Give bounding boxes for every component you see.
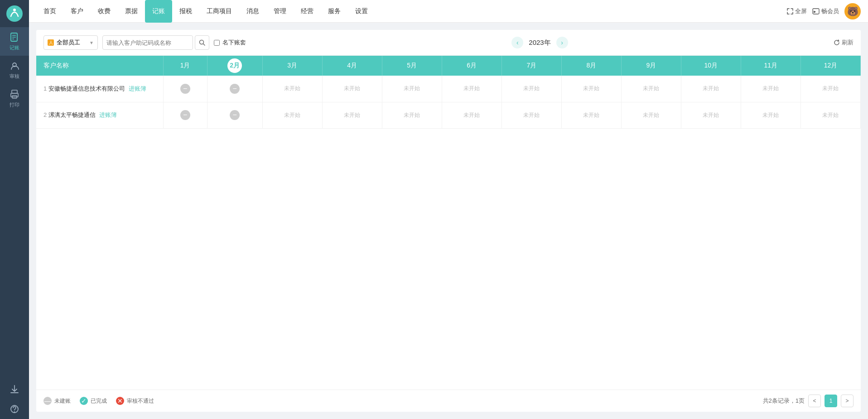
sidebar-item-audit-label: 审核 xyxy=(10,73,19,80)
nav-home[interactable]: 首页 xyxy=(36,0,63,23)
vip-icon: ▶ xyxy=(812,8,820,14)
nav-right: 全屏 ▶ 畅会员 🐻 xyxy=(787,3,861,19)
status-not-started: 未开始 xyxy=(583,112,599,118)
month-cell-8: 未开始 xyxy=(561,102,621,128)
my-ledger-label: 名下账套 xyxy=(222,39,246,47)
legend-rejected: ✕ 审核不通过 xyxy=(116,397,154,405)
my-ledger-checkbox-label[interactable]: 名下账套 xyxy=(214,39,246,47)
nav-service[interactable]: 服务 xyxy=(321,0,348,23)
refresh-button[interactable]: 刷新 xyxy=(834,39,854,47)
month-cell-11: 未开始 xyxy=(741,76,800,102)
row-index: 1 xyxy=(43,85,47,92)
month-cell-5: 未开始 xyxy=(382,76,442,102)
download-icon xyxy=(9,384,20,395)
employee-select[interactable]: 人 全部员工 ▼ xyxy=(43,35,98,50)
status-not-started: 未开始 xyxy=(703,112,719,118)
month-cell-2[interactable]: − xyxy=(207,102,262,128)
legend-done-icon: ✓ xyxy=(80,397,88,405)
month-cell-4: 未开始 xyxy=(322,76,382,102)
nav-tax[interactable]: 报税 xyxy=(172,0,199,23)
status-not-started: 未开始 xyxy=(643,112,659,118)
status-not-started: 未开始 xyxy=(822,112,839,118)
status-not-started: 未开始 xyxy=(284,85,300,92)
month-cell-1[interactable]: − xyxy=(163,102,207,128)
status-not-started: 未开始 xyxy=(404,112,420,118)
legend-done-label: 已完成 xyxy=(91,397,107,405)
sidebar: 记账 审核 打印 xyxy=(0,0,29,419)
status-not-started: 未开始 xyxy=(284,112,300,118)
print-icon xyxy=(9,89,20,100)
next-page-button[interactable]: > xyxy=(841,395,854,407)
current-page-button[interactable]: 1 xyxy=(825,395,837,407)
toolbar: 人 全部员工 ▼ 名下账套 ‹ 202 xyxy=(36,30,861,56)
svg-line-16 xyxy=(203,44,205,46)
col-m11: 11月 xyxy=(741,56,800,76)
fullscreen-label: 全屏 xyxy=(795,7,807,15)
nav-bookkeep[interactable]: 记账 xyxy=(145,0,172,23)
sidebar-item-bookkeep-label: 记账 xyxy=(10,44,19,51)
status-dash-icon: − xyxy=(230,84,240,94)
prev-year-button[interactable]: ‹ xyxy=(511,37,523,48)
svg-point-0 xyxy=(6,5,23,22)
footer: — 未建账 ✓ 已完成 ✕ 审核不通过 共2条记录，1页 < 1 > xyxy=(36,390,861,412)
content-card: 人 全部员工 ▼ 名下账套 ‹ 202 xyxy=(36,30,861,412)
client-name: 漯漓太平畅捷通信 xyxy=(48,111,96,118)
enter-ledger-link[interactable]: 进账簿 xyxy=(129,85,146,92)
nav-fee[interactable]: 收费 xyxy=(91,0,118,23)
legend-done: ✓ 已完成 xyxy=(80,397,107,405)
status-not-started: 未开始 xyxy=(762,85,779,92)
nav-settings[interactable]: 设置 xyxy=(348,0,375,23)
status-dash-icon: − xyxy=(230,110,240,120)
current-month-badge: 2月 xyxy=(227,58,242,73)
nav-client[interactable]: 客户 xyxy=(63,0,91,23)
sidebar-item-bookkeep[interactable]: 记账 xyxy=(0,27,29,56)
enter-ledger-link[interactable]: 进账簿 xyxy=(99,111,117,118)
vip-btn[interactable]: ▶ 畅会员 xyxy=(812,7,839,15)
nav-manage[interactable]: 管理 xyxy=(266,0,294,23)
month-cell-3: 未开始 xyxy=(262,102,322,128)
status-dash-icon: − xyxy=(180,110,190,120)
my-ledger-checkbox[interactable] xyxy=(214,40,220,46)
col-m5: 5月 xyxy=(382,56,442,76)
month-cell-7: 未开始 xyxy=(502,76,561,102)
month-cell-4: 未开始 xyxy=(322,102,382,128)
sidebar-bottom xyxy=(0,379,29,419)
search-button[interactable] xyxy=(195,35,209,50)
table-header: 客户名称 1月 2月 3月 4月 5月 6月 7月 8月 9月 xyxy=(36,56,861,76)
col-m12: 12月 xyxy=(800,56,860,76)
month-cell-12: 未开始 xyxy=(800,76,860,102)
next-year-button[interactable]: › xyxy=(556,37,568,48)
status-not-started: 未开始 xyxy=(643,85,659,92)
sidebar-item-audit[interactable]: 审核 xyxy=(0,56,29,84)
audit-icon xyxy=(9,60,20,71)
sidebar-item-download[interactable] xyxy=(0,379,29,399)
prev-page-button[interactable]: < xyxy=(808,395,821,407)
month-cell-2[interactable]: − xyxy=(207,76,262,102)
col-m7: 7月 xyxy=(502,56,561,76)
table-body: 1安徽畅捷通信息技术有限公司进账簿−−未开始未开始未开始未开始未开始未开始未开始… xyxy=(36,76,861,128)
client-name-cell: 2漯漓太平畅捷通信进账簿 xyxy=(36,102,163,128)
col-m8: 8月 xyxy=(561,56,621,76)
employee-select-value: 全部员工 xyxy=(57,39,80,47)
user-avatar[interactable]: 🐻 xyxy=(844,3,861,19)
svg-text:▶: ▶ xyxy=(814,10,816,13)
col-m10: 10月 xyxy=(681,56,741,76)
sidebar-item-print[interactable]: 打印 xyxy=(0,84,29,113)
svg-point-1 xyxy=(13,9,16,11)
status-dash-icon: − xyxy=(180,84,190,94)
month-cell-1[interactable]: − xyxy=(163,76,207,102)
nav-invoice[interactable]: 票据 xyxy=(118,0,145,23)
nav-biz[interactable]: 工商项目 xyxy=(199,0,239,23)
search-input[interactable] xyxy=(102,35,193,50)
status-not-started: 未开始 xyxy=(822,85,839,92)
svg-point-12 xyxy=(14,411,15,412)
month-cell-6: 未开始 xyxy=(442,102,502,128)
nav-msg[interactable]: 消息 xyxy=(239,0,266,23)
month-cell-8: 未开始 xyxy=(561,76,621,102)
table-row: 1安徽畅捷通信息技术有限公司进账簿−−未开始未开始未开始未开始未开始未开始未开始… xyxy=(36,76,861,102)
status-not-started: 未开始 xyxy=(463,85,480,92)
sidebar-item-help[interactable] xyxy=(0,399,29,419)
nav-ops[interactable]: 经营 xyxy=(294,0,321,23)
col-m6: 6月 xyxy=(442,56,502,76)
fullscreen-btn[interactable]: 全屏 xyxy=(787,7,807,15)
